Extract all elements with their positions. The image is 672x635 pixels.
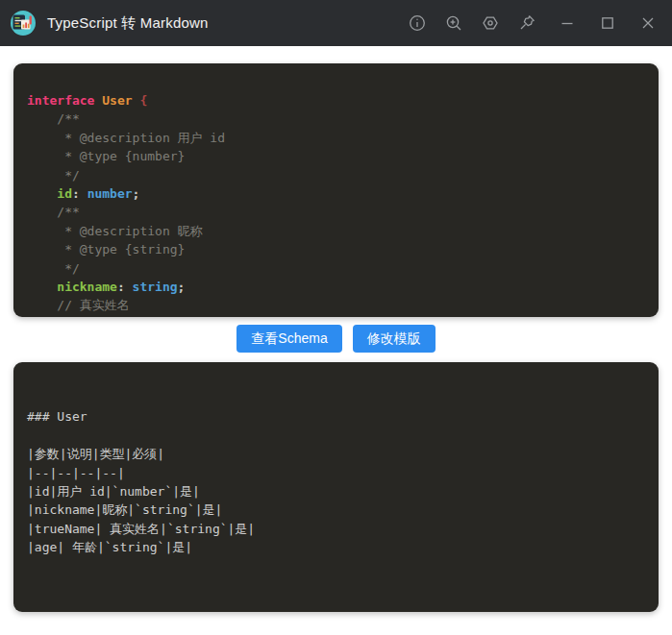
window-title: TypeScript 转 Markdown — [47, 14, 209, 33]
pin-icon[interactable] — [516, 12, 537, 34]
code-line: * @description 昵称 — [27, 222, 645, 240]
markdown-line: |--|--|--|--| — [27, 464, 645, 482]
markdown-output: ### User |参数|说明|类型|必须||--|--|--|--||id|用… — [13, 362, 659, 612]
code-line: // 真实姓名 — [27, 296, 645, 314]
code-line: */ — [27, 166, 645, 184]
close-icon[interactable] — [637, 12, 659, 34]
app-logo-icon — [10, 10, 37, 37]
action-button-row: 查看Schema 修改模版 — [0, 325, 672, 353]
typescript-editor[interactable]: interface User { /** * @description 用户 i… — [13, 63, 659, 317]
code-line: * @description 用户 id — [27, 129, 645, 147]
info-icon[interactable] — [407, 12, 428, 34]
markdown-line: ### User — [27, 407, 645, 426]
code-editor-content: interface User { /** * @description 用户 i… — [27, 91, 645, 315]
minimize-icon[interactable] — [557, 12, 578, 34]
markdown-line: |age| 年龄|`string`|是| — [27, 538, 645, 556]
code-line: * @type {number} — [27, 147, 645, 165]
view-schema-button[interactable]: 查看Schema — [236, 325, 341, 353]
markdown-line — [27, 389, 645, 407]
code-line: nickname: string; — [27, 278, 645, 296]
code-line: * @type {string} — [27, 240, 645, 258]
edit-template-button[interactable]: 修改模版 — [353, 325, 436, 353]
titlebar: TypeScript 转 Markdown — [0, 0, 672, 46]
code-line: /** — [27, 110, 645, 128]
markdown-line: |id|用户 id|`number`|是| — [27, 482, 645, 501]
settings-icon[interactable] — [480, 12, 501, 34]
maximize-icon[interactable] — [597, 12, 618, 34]
markdown-output-content: ### User |参数|说明|类型|必须||--|--|--|--||id|用… — [27, 389, 645, 557]
code-line: */ — [27, 259, 645, 278]
code-line: /** — [27, 203, 645, 221]
markdown-line: |nickname|昵称|`string`|是| — [27, 501, 645, 519]
code-line: interface User { — [27, 91, 645, 110]
zoom-in-icon[interactable] — [443, 12, 464, 34]
code-line: id: number; — [27, 184, 645, 203]
markdown-line: |trueName| 真实姓名|`string`|是| — [27, 520, 645, 538]
markdown-line: |参数|说明|类型|必须| — [27, 445, 645, 463]
markdown-line — [27, 427, 645, 445]
